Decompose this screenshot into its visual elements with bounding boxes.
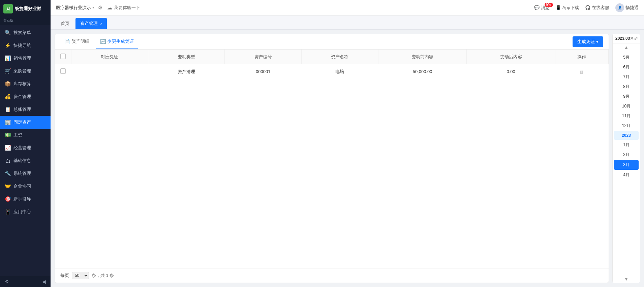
company-chevron-icon: ▾ xyxy=(92,5,94,10)
tab-home[interactable]: 首页 xyxy=(56,18,74,29)
delete-icon[interactable]: 🗑 xyxy=(579,69,584,74)
app-download-label: App下载 xyxy=(562,5,579,11)
month-item-6月[interactable]: 6月 xyxy=(613,62,640,72)
sales-icon: 📊 xyxy=(5,55,11,61)
operations-icon: 📈 xyxy=(5,145,11,151)
col-change_type: 变动类型 xyxy=(148,50,225,64)
sidebar: 财 畅捷通好业财 普及版 🔍搜索菜单⚡快捷导航📊销售管理🛒采购管理📦库存核算💰资… xyxy=(0,0,51,287)
panel-close-btn[interactable]: ✕ xyxy=(630,36,634,41)
experience-btn[interactable]: ☁ 我要体验一下 xyxy=(107,5,140,11)
topbar-right: 💬 消息 99+ 📱 App下载 🎧 在线客服 👤 畅捷通 xyxy=(534,3,639,12)
sidebar-item-guide[interactable]: 🎯新手引导 xyxy=(0,193,51,205)
month-item-3月[interactable]: 3月 xyxy=(614,160,639,170)
settings-icon[interactable]: ⚙ xyxy=(5,279,9,284)
panel-down-arrow[interactable]: ▼ xyxy=(613,275,640,283)
month-item-8月[interactable]: 8月 xyxy=(613,82,640,92)
month-item-5月[interactable]: 5月 xyxy=(613,53,640,62)
sidebar-item-operations[interactable]: 📈经营管理 xyxy=(0,141,51,154)
notification-btn[interactable]: 💬 消息 99+ xyxy=(534,5,550,11)
sidebar-item-ledger[interactable]: 📋总账管理 xyxy=(0,103,51,116)
col-voucher: 对应凭证 xyxy=(71,50,148,64)
sub-tab-label: 变更生成凭证 xyxy=(108,38,134,44)
row-checkbox-cell xyxy=(55,64,71,79)
pagination-bar: 每页 102050100 条，共 1 条 xyxy=(55,268,609,283)
sidebar-item-label: 采购管理 xyxy=(13,68,31,74)
sub-tab-icon: 🔄 xyxy=(100,39,106,44)
sub-tab-change_voucher[interactable]: 🔄变更生成凭证 xyxy=(96,35,138,49)
select-all-checkbox[interactable] xyxy=(60,54,66,59)
sidebar-item-label: 系统管理 xyxy=(13,170,31,177)
sidebar-item-fixed_assets[interactable]: 🏢固定资产 xyxy=(0,116,51,129)
month-item-4月[interactable]: 4月 xyxy=(613,170,640,180)
month-item-1月[interactable]: 1月 xyxy=(613,140,640,150)
sidebar-item-funds[interactable]: 💰资金管理 xyxy=(0,90,51,103)
sidebar-item-label: 固定资产 xyxy=(13,119,31,125)
sidebar-item-payroll[interactable]: 💵工资 xyxy=(0,129,51,141)
tab-asset_mgmt[interactable]: 资产管理× xyxy=(75,18,107,29)
collab-icon: 🤝 xyxy=(5,183,11,189)
sidebar-item-collab[interactable]: 🤝企业协同 xyxy=(0,180,51,193)
topbar-settings-icon[interactable]: ⚙ xyxy=(98,4,102,11)
inventory-icon: 📦 xyxy=(5,81,11,87)
sub-tab-actions: 生成凭证 ▾ xyxy=(573,36,603,47)
col-action: 操作 xyxy=(555,50,608,64)
sidebar-item-apps[interactable]: 📱应用中心 xyxy=(0,205,51,218)
asset-table: 对应凭证变动类型资产编号资产名称变动前内容变动后内容操作 -- 资产清理 000… xyxy=(55,50,609,79)
fixed_assets-icon: 🏢 xyxy=(5,119,11,125)
month-item-9月[interactable]: 9月 xyxy=(613,92,640,101)
generate-voucher-btn[interactable]: 生成凭证 ▾ xyxy=(573,36,603,47)
user-profile-btn[interactable]: 👤 畅捷通 xyxy=(615,3,639,12)
username-label: 畅捷通 xyxy=(625,5,639,11)
table-body: -- 资产清理 000001 电脑 50,000.00 0.00 🗑 xyxy=(55,64,609,79)
sidebar-item-sales[interactable]: 📊销售管理 xyxy=(0,52,51,65)
month-item-10月[interactable]: 10月 xyxy=(613,101,640,111)
page-size-select[interactable]: 102050100 xyxy=(72,272,89,279)
notification-icon: 💬 xyxy=(534,5,540,10)
panel-expand-btn[interactable]: ⤢ xyxy=(634,36,638,41)
app-download-icon: 📱 xyxy=(556,5,561,10)
row-voucher: -- xyxy=(71,64,148,79)
sidebar-item-label: 总账管理 xyxy=(13,106,31,113)
sidebar-bottom-controls: ⚙ ◀ xyxy=(0,276,51,287)
year-label-2023[interactable]: 2023 xyxy=(614,131,639,140)
logo-icon: 财 xyxy=(3,4,13,13)
table-row: -- 资产清理 000001 电脑 50,000.00 0.00 🗑 xyxy=(55,64,609,79)
sidebar-item-search[interactable]: 🔍搜索菜单 xyxy=(0,26,51,39)
company-name: 医疗器械行业演示 xyxy=(56,5,91,11)
sidebar-logo: 财 畅捷通好业财 xyxy=(0,0,51,18)
sidebar-item-label: 工资 xyxy=(13,132,22,138)
row-asset-code: 000001 xyxy=(225,64,302,79)
tab-close-icon[interactable]: × xyxy=(100,22,102,26)
month-item-2月[interactable]: 2月 xyxy=(613,150,640,160)
row-checkbox[interactable] xyxy=(60,68,66,74)
payroll-icon: 💵 xyxy=(5,132,11,138)
support-btn[interactable]: 🎧 在线客服 xyxy=(585,5,609,11)
apps-icon: 📱 xyxy=(5,209,11,215)
edition-label: 普及版 xyxy=(0,18,51,25)
month-item-7月[interactable]: 7月 xyxy=(613,72,640,82)
col-before_change: 变动前内容 xyxy=(378,50,467,64)
right-panel-title: 2023.03 xyxy=(615,36,630,41)
sidebar-item-inventory[interactable]: 📦库存核算 xyxy=(0,77,51,90)
sub-tab-asset_detail[interactable]: 📄资产明细 xyxy=(60,35,93,49)
sidebar-item-system[interactable]: 🔧系统管理 xyxy=(0,167,51,180)
purchase-icon: 🛒 xyxy=(5,68,11,74)
month-item-11月[interactable]: 11月 xyxy=(613,111,640,121)
sidebar-item-purchase[interactable]: 🛒采购管理 xyxy=(0,65,51,77)
collapse-icon[interactable]: ◀ xyxy=(42,279,46,284)
panel-up-arrow[interactable]: ▲ xyxy=(613,43,640,51)
col-asset_name: 资产名称 xyxy=(302,50,378,64)
app-download-btn[interactable]: 📱 App下载 xyxy=(556,5,579,11)
guide-icon: 🎯 xyxy=(5,196,11,202)
company-selector[interactable]: 医疗器械行业演示 ▾ xyxy=(56,5,94,11)
sidebar-item-basic_info[interactable]: 🗂基础信息 xyxy=(0,154,51,167)
generate-dropdown-icon: ▾ xyxy=(596,39,599,44)
basic_info-icon: 🗂 xyxy=(5,158,11,164)
tab-label: 资产管理 xyxy=(80,21,98,27)
ledger-icon: 📋 xyxy=(5,106,11,113)
topbar: 医疗器械行业演示 ▾ ⚙ ☁ 我要体验一下 💬 消息 99+ 📱 App下载 🎧… xyxy=(51,0,644,15)
month-item-12月[interactable]: 12月 xyxy=(613,121,640,131)
row-change-type: 资产清理 xyxy=(148,64,225,79)
content-area: 📄资产明细🔄变更生成凭证 生成凭证 ▾ 对应凭证变动类型资产编号资产名称变动前内… xyxy=(51,30,644,287)
sidebar-item-quicknav[interactable]: ⚡快捷导航 xyxy=(0,39,51,52)
